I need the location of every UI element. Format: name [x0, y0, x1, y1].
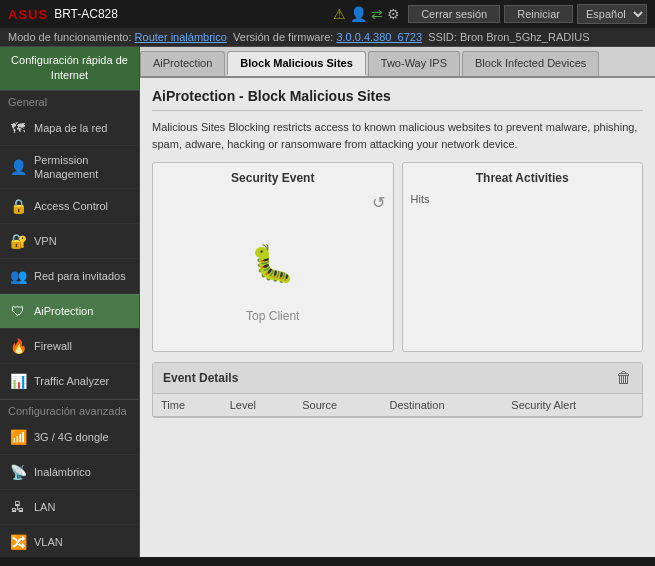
page-title: AiProtection - Block Malicious Sites — [152, 88, 643, 111]
ssid-label: SSID: — [425, 31, 457, 43]
event-details-header: Event Details 🗑 — [153, 363, 642, 394]
col-time: Time — [153, 394, 222, 417]
map-icon: 🗺 — [8, 118, 28, 138]
refresh-icon[interactable]: ↺ — [372, 193, 385, 212]
charts-container: Security Event ↺ 🐛 Top Client Threat Act… — [152, 162, 643, 352]
sidebar-label-inalambrico: Inalámbrico — [34, 466, 91, 478]
sidebar-label-red: Red para invitados — [34, 270, 126, 282]
firmware-value[interactable]: 3.0.0.4.380_6723 — [336, 31, 422, 43]
sidebar-item-vpn[interactable]: 🔐 VPN — [0, 224, 139, 259]
sidebar-label-access: Access Control — [34, 200, 108, 212]
quick-internet-label: Configuración rápida de Internet — [11, 54, 128, 81]
permission-icon: 👤 — [8, 157, 28, 177]
trash-icon[interactable]: 🗑 — [616, 369, 632, 387]
threat-activities-panel: Threat Activities Hits — [402, 162, 644, 352]
aiprotection-icon: 🛡 — [8, 301, 28, 321]
vlan-icon: 🔀 — [8, 532, 28, 552]
mode-label: Modo de funcionamiento: — [8, 31, 132, 43]
warning-icon: ⚠ — [333, 6, 346, 22]
advanced-section-label: Configuración avanzada — [0, 399, 139, 420]
dongle-icon: 📶 — [8, 427, 28, 447]
top-bar: ASUS BRT-AC828 ⚠ 👤 ⇄ ⚙ Cerrar sesión Rei… — [0, 0, 655, 28]
status-icons: ⚠ 👤 ⇄ ⚙ — [333, 6, 400, 22]
page-description: Malicious Sites Blocking restricts acces… — [152, 119, 643, 152]
tab-block-infected[interactable]: Block Infected Devices — [462, 51, 599, 76]
security-event-chart: ↺ 🐛 Top Client — [161, 193, 385, 343]
user-icon: 👤 — [350, 6, 367, 22]
sidebar-item-aiprotection[interactable]: 🛡 AiProtection — [0, 294, 139, 329]
settings-icon: ⚙ — [387, 6, 400, 22]
traffic-icon: 📊 — [8, 371, 28, 391]
tab-block-malicious[interactable]: Block Malicious Sites — [227, 51, 365, 76]
mode-value[interactable]: Router inalámbrico — [135, 31, 227, 43]
threat-activities-title: Threat Activities — [411, 171, 635, 185]
sidebar: Configuración rápida de Internet General… — [0, 47, 140, 557]
sidebar-item-permission[interactable]: 👤 PermissionManagement — [0, 146, 139, 190]
lan-icon: 🖧 — [8, 497, 28, 517]
firmware-label: Versión de firmware: — [230, 31, 333, 43]
general-section-label: General — [0, 90, 139, 111]
security-event-panel: Security Event ↺ 🐛 Top Client — [152, 162, 394, 352]
top-client-label: Top Client — [246, 309, 299, 323]
logout-button[interactable]: Cerrar sesión — [408, 5, 500, 23]
sidebar-label-dongle: 3G / 4G dongle — [34, 431, 109, 443]
sidebar-item-lan[interactable]: 🖧 LAN — [0, 490, 139, 525]
col-level: Level — [222, 394, 295, 417]
sidebar-label-aiprotection: AiProtection — [34, 305, 93, 317]
sidebar-item-traffic[interactable]: 📊 Traffic Analyzer — [0, 364, 139, 399]
wireless-icon: 📡 — [8, 462, 28, 482]
security-event-title: Security Event — [161, 171, 385, 185]
red-icon: 👥 — [8, 266, 28, 286]
sidebar-label-firewall: Firewall — [34, 340, 72, 352]
main-layout: Configuración rápida de Internet General… — [0, 47, 655, 557]
restart-button[interactable]: Reiniciar — [504, 5, 573, 23]
sidebar-label-traffic: Traffic Analyzer — [34, 375, 109, 387]
bug-icon: 🐛 — [250, 243, 295, 285]
col-security-alert: Security Alert — [503, 394, 642, 417]
sidebar-item-red[interactable]: 👥 Red para invitados — [0, 259, 139, 294]
sidebar-item-access[interactable]: 🔒 Access Control — [0, 189, 139, 224]
event-details-panel: Event Details 🗑 Time Level Source Destin… — [152, 362, 643, 418]
vpn-icon: 🔐 — [8, 231, 28, 251]
language-select[interactable]: Español — [577, 4, 647, 24]
col-destination: Destination — [381, 394, 503, 417]
event-details-title: Event Details — [163, 371, 238, 385]
sidebar-item-dongle[interactable]: 📶 3G / 4G dongle — [0, 420, 139, 455]
content-body: AiProtection - Block Malicious Sites Mal… — [140, 78, 655, 557]
access-icon: 🔒 — [8, 196, 28, 216]
sidebar-label-permission: PermissionManagement — [34, 153, 98, 182]
sidebar-label-vpn: VPN — [34, 235, 57, 247]
sidebar-item-mapa[interactable]: 🗺 Mapa de la red — [0, 111, 139, 146]
sidebar-label-mapa: Mapa de la red — [34, 122, 107, 134]
firewall-icon: 🔥 — [8, 336, 28, 356]
hits-label: Hits — [411, 193, 430, 205]
event-table-header-row: Time Level Source Destination Security A… — [153, 394, 642, 417]
event-table: Time Level Source Destination Security A… — [153, 394, 642, 417]
asus-logo: ASUS — [8, 7, 48, 22]
sidebar-label-lan: LAN — [34, 501, 55, 513]
tab-aiprotection[interactable]: AiProtection — [140, 51, 225, 76]
sidebar-label-vlan: VLAN — [34, 536, 63, 548]
tabs-bar: AiProtection Block Malicious Sites Two-W… — [140, 47, 655, 78]
content-area: AiProtection Block Malicious Sites Two-W… — [140, 47, 655, 557]
model-name: BRT-AC828 — [54, 7, 118, 21]
tab-two-way-ips[interactable]: Two-Way IPS — [368, 51, 460, 76]
quick-internet-button[interactable]: Configuración rápida de Internet — [0, 47, 139, 90]
threat-activities-chart: Hits — [411, 193, 635, 343]
sidebar-item-vlan[interactable]: 🔀 VLAN — [0, 525, 139, 557]
col-source: Source — [294, 394, 381, 417]
ssid-value: Bron Bron_5Ghz_RADIUS — [460, 31, 590, 43]
sidebar-item-firewall[interactable]: 🔥 Firewall — [0, 329, 139, 364]
network-icon: ⇄ — [371, 6, 383, 22]
sidebar-item-inalambrico[interactable]: 📡 Inalámbrico — [0, 455, 139, 490]
info-bar: Modo de funcionamiento: Router inalámbri… — [0, 28, 655, 47]
